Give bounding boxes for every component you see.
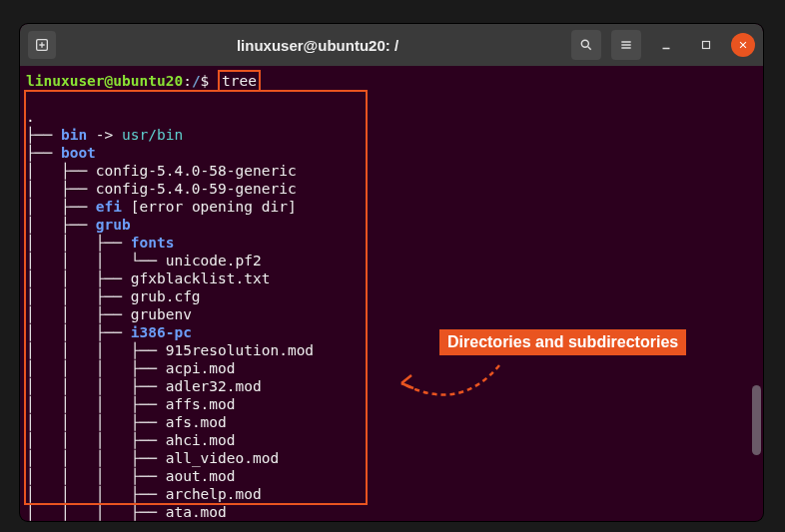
new-tab-button[interactable]	[28, 31, 56, 59]
command: tree	[222, 73, 257, 89]
svg-point-3	[581, 40, 588, 47]
close-button[interactable]	[731, 33, 755, 57]
terminal-body[interactable]: linuxuser@ubuntu20:/$ tree . ├── bin -> …	[20, 66, 763, 521]
annotation-label: Directories and subdirectories	[439, 329, 686, 355]
titlebar: linuxuser@ubuntu20: /	[20, 24, 763, 66]
terminal-window: linuxuser@ubuntu20: / linuxuser@ubuntu20…	[20, 24, 763, 521]
prompt-line: linuxuser@ubuntu20:/$ tree	[26, 70, 757, 92]
menu-button[interactable]	[611, 30, 641, 60]
svg-rect-9	[703, 42, 710, 49]
maximize-button[interactable]	[691, 30, 721, 60]
window-title: linuxuser@ubuntu20: /	[64, 37, 571, 54]
tree-output: . ├── bin -> usr/bin ├── boot │ ├── conf…	[26, 108, 757, 521]
prompt-path: /	[192, 73, 201, 89]
svg-line-4	[588, 47, 591, 50]
annotation-label-container: Directories and subdirectories	[439, 329, 686, 355]
search-button[interactable]	[571, 30, 601, 60]
minimize-button[interactable]	[651, 30, 681, 60]
command-highlight: tree	[218, 70, 261, 92]
scrollbar-thumb[interactable]	[752, 385, 761, 455]
prompt-user: linuxuser@ubuntu20	[26, 73, 183, 89]
